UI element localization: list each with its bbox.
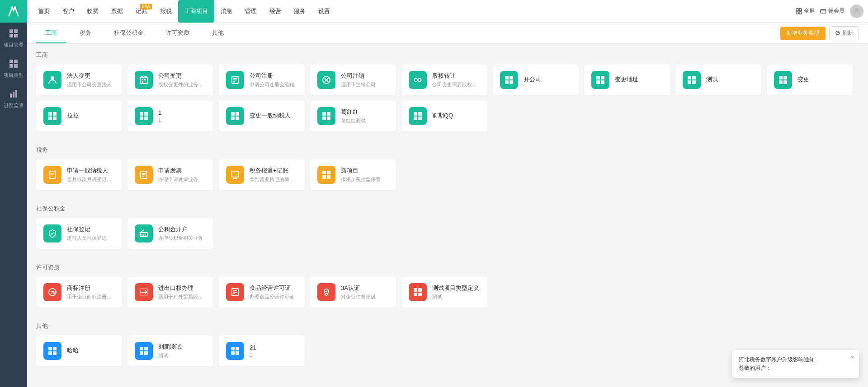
svg-rect-42 — [601, 80, 604, 84]
card-haha[interactable]: 哈哈 — [36, 336, 122, 366]
card-desc-one: 1 — [158, 117, 206, 123]
card-name-ceshi-xiangmu: 测试项目类型定义 — [432, 284, 480, 292]
card-desc-ceshi-xiangmu: 测试 — [432, 294, 480, 300]
chart-icon — [7, 88, 20, 100]
card-icon-gongsi-zhuce — [226, 71, 244, 89]
sidebar-item-progress-monitor[interactable]: 进度监测 — [0, 83, 27, 113]
svg-text:TM: TM — [51, 290, 57, 295]
card-lala[interactable]: 拉拉 — [36, 101, 122, 131]
svg-rect-60 — [236, 112, 239, 116]
card-biangeng-dizhi[interactable]: 变更地址 — [584, 65, 670, 95]
tab-gongshang[interactable]: 工商 — [36, 23, 66, 43]
section-title-xuke: 许可资质 — [36, 263, 859, 271]
nav-industry[interactable]: 工商项目 — [178, 0, 214, 23]
card-mhong[interactable]: 葛红红 葛红红测试 — [310, 101, 396, 131]
section-shebao: 社保公积金 社保登记 进行人员社保登记 公积金开户 办理公积金相关业务 — [27, 197, 868, 249]
nav-service[interactable]: 服务 — [288, 0, 312, 23]
card-gongsi-zhuce[interactable]: 公司注册 申请公司注册全流程 — [219, 65, 305, 95]
nav-ticket[interactable]: 票据 — [105, 0, 129, 23]
nav-message[interactable]: 消息 — [214, 0, 239, 23]
svg-rect-12 — [799, 9, 802, 11]
grid-icon — [7, 27, 20, 40]
card-shangbiao-zhuce[interactable]: TM 商标注册 用于企业商标注册服务 — [36, 277, 122, 308]
card-twenty-one[interactable]: 21 1 — [219, 336, 305, 366]
fullscreen-btn[interactable]: 全屏 — [796, 7, 815, 15]
card-shenqing-fapiao[interactable]: 申请发票 办理申请发票业务 — [127, 159, 213, 190]
card-name-gongsi-zhuce: 公司注册 — [250, 72, 297, 80]
sidebar-item-project-type[interactable]: 项目类型 — [0, 53, 27, 83]
card-shenqing-yiban[interactable]: 申请一般纳税人 当月或次月成变更完成 — [36, 159, 122, 190]
card-liupeng-ceshi[interactable]: 刘鹏测试 测试 — [127, 336, 213, 366]
svg-rect-49 — [779, 80, 783, 84]
card-icon-gongsi-biangeng — [135, 71, 153, 89]
card-info-biangeng2: 变更 — [797, 75, 845, 85]
card-shebao-dengji[interactable]: 社保登记 进行人员社保登记 — [36, 218, 122, 249]
tab-other[interactable]: 其他 — [203, 23, 233, 43]
card-qianqi-qq[interactable]: 前期QQ — [401, 101, 487, 131]
card-guquan-zhuanrang[interactable]: 股权转让 公司变更需要股权转让 — [401, 65, 487, 95]
nav-operation[interactable]: 经营 — [263, 0, 288, 23]
card-icon-lala — [43, 107, 61, 125]
notification-close-btn[interactable]: × — [851, 354, 854, 361]
nav-manage[interactable]: 管理 — [239, 0, 263, 23]
svg-rect-40 — [601, 76, 604, 79]
svg-rect-69 — [414, 117, 417, 120]
tab-shuiwu[interactable]: 税务 — [71, 23, 100, 43]
card-faren-biangeng[interactable]: 法人变更 适用于公司变更法人 — [36, 65, 122, 95]
svg-rect-53 — [48, 117, 52, 120]
card-name-shuiwu-baodao: 税务报道+记账 — [250, 167, 297, 175]
card-desc-faren-biangeng: 适用于公司变更法人 — [67, 81, 115, 88]
svg-rect-39 — [596, 76, 600, 79]
card-info-ceshi: 测试 — [706, 75, 754, 85]
new-type-button[interactable]: 新增业务类型 — [780, 27, 826, 40]
nav-right: 全屏 畅会员 — [796, 5, 863, 18]
card-3a-renzheng[interactable]: 3A认证 对企业信誉评级 — [310, 277, 396, 308]
card-biangeng-yiban[interactable]: 变更一般纳税人 — [219, 101, 305, 131]
card-jinchukou[interactable]: 进出口权办理 适用于对外贸易经营者 — [127, 277, 213, 308]
card-info-gongsi-biangeng: 公司变更 股权变更外的业务变更 — [158, 72, 206, 88]
svg-rect-8 — [10, 93, 12, 98]
card-desc-shenqing-yiban: 当月或次月成变更完成 — [67, 176, 115, 183]
svg-rect-84 — [327, 175, 330, 179]
card-shipin-jingying[interactable]: 食品经营许可证 办理食品经营许可证 — [219, 277, 305, 308]
card-shuiwu-baodao[interactable]: 税务报道+记账 拿到营业执照的新公司 — [219, 159, 305, 190]
card-desc-liupeng-ceshi: 测试 — [158, 352, 206, 359]
card-name-shenqing-yiban: 申请一般纳税人 — [67, 167, 115, 175]
svg-rect-114 — [231, 351, 235, 355]
notification-text: 河北税务数字账户升级影响通知 尊敬的用户： — [739, 355, 853, 373]
card-one[interactable]: 1 1 — [127, 101, 213, 131]
sidebar-item-project-manage[interactable]: 项目管理 — [0, 23, 27, 53]
refresh-button[interactable]: 刷新 — [829, 26, 859, 40]
svg-rect-1 — [14, 29, 18, 33]
nav-tax-report[interactable]: 报税 — [154, 0, 178, 23]
card-gongjijin-kaika[interactable]: 公积金开户 办理公积金相关业务 — [127, 218, 213, 249]
card-desc-gongsi-biangeng: 股权变更外的业务变更 — [158, 81, 206, 88]
avatar[interactable] — [850, 5, 863, 18]
card-info-haha: 哈哈 — [67, 346, 115, 356]
card-name-shenqing-fapiao: 申请发票 — [158, 167, 206, 175]
card-name-xin-xiangmu: 新项目 — [341, 167, 389, 175]
nav-home[interactable]: 首页 — [32, 0, 56, 23]
card-gongsi-zhuxiao[interactable]: 公司注销 适用于注销公司 — [310, 65, 396, 95]
nav-collection[interactable]: 收费 — [80, 0, 105, 23]
card-kai-gongsi[interactable]: 开公司 — [493, 65, 579, 95]
vip-btn[interactable]: 畅会员 — [820, 7, 844, 15]
card-name-guquan-zhuanrang: 股权转让 — [432, 72, 480, 80]
card-gongsi-biangeng[interactable]: 公司变更 股权变更外的业务变更 — [127, 65, 213, 95]
svg-rect-5 — [14, 60, 18, 63]
nav-settings[interactable]: 设置 — [312, 0, 336, 23]
card-xin-xiangmu[interactable]: 新项目 报税加税控盘保管 — [310, 159, 396, 190]
nav-customer[interactable]: 客户 — [56, 0, 80, 23]
svg-rect-115 — [236, 351, 239, 355]
tab-xuke[interactable]: 许可资质 — [157, 23, 198, 43]
card-desc-shenqing-fapiao: 办理申请发票业务 — [158, 176, 206, 183]
card-name-shebao-dengji: 社保登记 — [67, 225, 115, 233]
card-desc-twenty-one: 1 — [250, 352, 297, 358]
nav-bookkeeping[interactable]: 记账 new — [129, 0, 154, 23]
card-biangeng2[interactable]: 变更 — [767, 65, 853, 95]
card-ceshi-xiangmu[interactable]: 测试项目类型定义 测试 — [401, 277, 487, 308]
tab-shebao[interactable]: 社保公积金 — [105, 23, 152, 43]
card-ceshi[interactable]: 测试 — [675, 65, 761, 95]
svg-rect-54 — [53, 117, 57, 120]
svg-rect-61 — [231, 117, 235, 120]
